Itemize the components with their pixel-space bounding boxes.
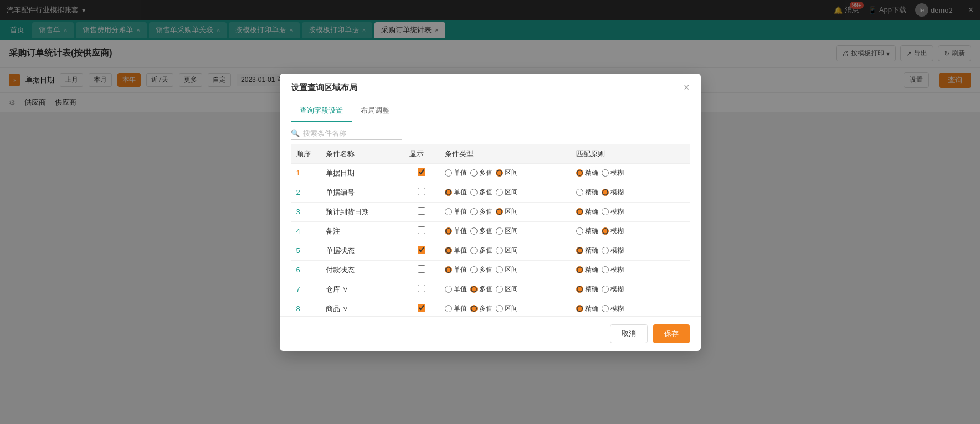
- dialog: 设置查询区域布局 × 查询字段设置 布局调整 🔍 顺序 条件名称 显示: [280, 74, 701, 113]
- dialog-title: 设置查询区域布局: [291, 82, 357, 93]
- tab-layout-adjust[interactable]: 布局调整: [352, 100, 398, 113]
- dialog-header: 设置查询区域布局 ×: [280, 74, 701, 100]
- modal-overlay: 设置查询区域布局 × 查询字段设置 布局调整 🔍 顺序 条件名称 显示: [0, 0, 980, 112]
- tab-query-fields[interactable]: 查询字段设置: [291, 100, 352, 113]
- dialog-close-button[interactable]: ×: [684, 82, 690, 92]
- dialog-tabs: 查询字段设置 布局调整: [280, 100, 701, 113]
